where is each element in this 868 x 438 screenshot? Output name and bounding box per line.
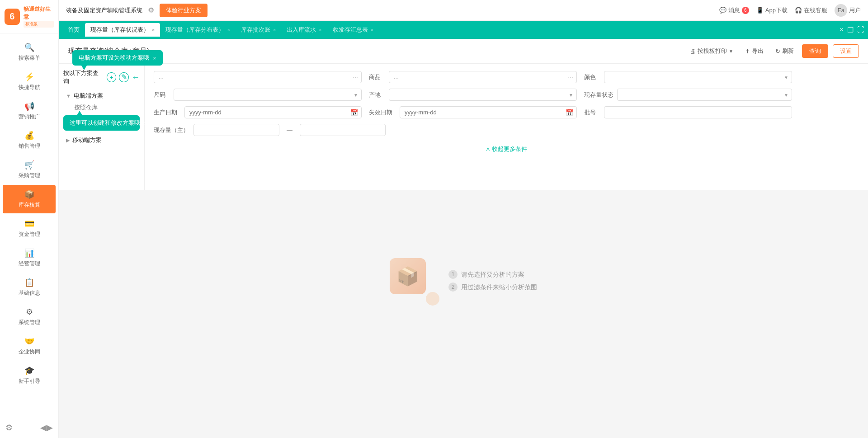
tab-home[interactable]: 首页 (62, 23, 85, 37)
add-scheme-btn[interactable]: + (107, 72, 117, 82)
sidebar-item-quick-nav[interactable]: ⚡ 快捷导航 (3, 67, 56, 96)
print-icon: 🖨 (690, 48, 696, 55)
tab-close-all-icon[interactable]: × (840, 26, 844, 34)
tabs-end: × ❐ ⛶ (840, 26, 864, 34)
system-name: 装备及固定资产辅助管理系统 (66, 6, 142, 14)
mobile-scheme-group: ▶ 移动端方案 (63, 134, 140, 146)
sidebar-item-inventory[interactable]: 📦 库存核算 (3, 185, 56, 213)
print-dropdown-icon: ▼ (729, 49, 733, 54)
settings-gear-icon[interactable]: ⚙ (5, 423, 13, 433)
edit-scheme-tooltip: 这里可以创建和修改方案哦 × (63, 115, 140, 131)
tab-close-receive-send[interactable]: × (371, 27, 373, 33)
sidebar-item-system[interactable]: ⚙ 系统管理 (3, 302, 56, 331)
warehouse-input[interactable] (154, 71, 362, 83)
print-btn[interactable]: 🖨 按模板打印 ▼ (686, 45, 737, 57)
logo-icon: 6 (5, 9, 20, 25)
tab-receive-send[interactable]: 收发存汇总表 × (327, 23, 379, 37)
stock-main-input-max[interactable] (300, 124, 386, 136)
origin-select[interactable] (389, 89, 577, 101)
sidebar-item-base-info[interactable]: 📋 基础信息 (3, 273, 56, 301)
sidebar-item-sales[interactable]: 💰 销售管理 (3, 126, 56, 155)
desktop-scheme-header[interactable]: ▼ 电脑端方案 (63, 90, 140, 102)
mobile-scheme-label: 移动端方案 (72, 136, 102, 144)
stock-status-select[interactable] (617, 89, 792, 101)
empty-state-area: 📦 1 请先选择要分析的方案 2 用过滤条件来缩小分析范围 (59, 190, 868, 371)
tree-collapse-icon: ▶ (66, 137, 70, 143)
batch-input[interactable] (604, 106, 792, 118)
sidebar-bottom: ⚙ ◀▶ (0, 417, 58, 438)
operations-icon: 📊 (24, 248, 34, 258)
collapse-icon: ∧ (486, 146, 491, 152)
desktop-scheme-group: ▼ 电脑端方案 按照仓库 (63, 90, 140, 113)
app-download-btn[interactable]: 📱 App下载 (756, 6, 788, 14)
trial-button[interactable]: 体验行业方案 (160, 4, 208, 17)
tab-in-out-flow[interactable]: 出入库流水 × (281, 23, 327, 37)
filter-origin: 产地 (369, 89, 577, 101)
online-support-btn[interactable]: 🎧 在线客服 (795, 6, 827, 14)
sidebar-item-purchase[interactable]: 🛒 采购管理 (3, 155, 56, 184)
sidebar-item-guide[interactable]: 🎓 新手引导 (3, 361, 56, 390)
refresh-btn[interactable]: ↻ 刷新 (772, 45, 797, 57)
search-icon: 🔍 (24, 42, 34, 52)
message-btn[interactable]: 💬 消息 6 (719, 6, 749, 14)
sidebar-item-finance[interactable]: 💳 资金管理 (3, 214, 56, 243)
sidebar-item-enterprise[interactable]: 🤝 企业协同 (3, 332, 56, 360)
sidebar-item-marketing[interactable]: 📢 营销推广 (3, 97, 56, 125)
tab-batch-ledger[interactable]: 库存批次账 × (236, 23, 281, 37)
refresh-icon: ↻ (775, 48, 780, 55)
back-arrow-btn[interactable]: ← (132, 73, 140, 82)
filter-row-1: ··· 商品 ··· 颜色 (154, 71, 859, 83)
collapse-more-btn[interactable]: ∧ 收起更多条件 (154, 141, 859, 157)
edit-scheme-btn[interactable]: ✎ (119, 72, 129, 82)
expire-date-input[interactable] (400, 106, 577, 118)
filter-expire-date: 失效日期 📅 (369, 106, 577, 118)
tab-fullscreen-icon[interactable]: ⛶ (857, 26, 864, 34)
page-actions: 🖨 按模板打印 ▼ ⬆ 导出 ↻ 刷新 查询 设置 (686, 44, 859, 58)
export-btn[interactable]: ⬆ 导出 (741, 45, 767, 57)
set-button[interactable]: 设置 (833, 44, 859, 58)
empty-step-2: 2 用过滤条件来缩小分析范围 (448, 281, 537, 293)
filter-stock-status: 现存量状态 (584, 89, 792, 101)
goods-input[interactable] (389, 71, 577, 83)
tree-expand-icon: ▼ (66, 93, 71, 99)
scheme-tooltip-close[interactable]: × (153, 55, 156, 61)
filter-color: 颜色 (584, 71, 792, 83)
size-label: 尺码 (154, 91, 170, 99)
stock-main-input-min[interactable] (193, 124, 279, 136)
filter-batch: 批号 (584, 106, 792, 118)
edit-tooltip-close[interactable]: × (144, 120, 147, 127)
tab-close-in-out-flow[interactable]: × (319, 27, 321, 33)
expire-date-label: 失效日期 (369, 108, 396, 117)
header-settings-icon[interactable]: ⚙ (148, 6, 154, 14)
tab-window-icon[interactable]: ❐ (847, 26, 854, 34)
produce-date-label: 生产日期 (154, 108, 181, 117)
desktop-scheme-label: 电脑端方案 (74, 92, 103, 100)
user-avatar: Ea (835, 4, 847, 17)
filter-header: 按以下方案查询 + ✎ ← 电脑方案可设为移动方案哦 × (63, 69, 140, 85)
logo-area: 6 畅通道好生意 标准版 (0, 0, 58, 33)
color-select[interactable] (604, 71, 792, 83)
user-area[interactable]: Ea 用户 (835, 4, 861, 17)
filter-warehouse: ··· (154, 71, 362, 83)
headset-icon: 🎧 (795, 7, 802, 14)
sales-icon: 💰 (24, 131, 34, 141)
tab-close-inventory-dist[interactable]: × (227, 27, 230, 33)
tab-close-batch-ledger[interactable]: × (273, 27, 276, 33)
sidebar-item-search[interactable]: 🔍 搜索菜单 (3, 38, 56, 66)
purchase-icon: 🛒 (24, 160, 34, 170)
tab-close-inventory-status[interactable]: × (152, 27, 155, 33)
filter-goods: 商品 ··· (369, 71, 577, 83)
tab-inventory-dist[interactable]: 现存量（库存分布表） × (160, 23, 235, 37)
finance-icon: 💳 (24, 219, 34, 229)
mobile-scheme-header[interactable]: ▶ 移动端方案 (63, 134, 140, 146)
sidebar-item-operations[interactable]: 📊 经营管理 (3, 244, 56, 272)
scheme-tooltip: 电脑方案可设为移动方案哦 × (72, 50, 163, 66)
sidebar-collapse-icon[interactable]: ◀▶ (40, 423, 53, 433)
filter-row-2: 尺码 产地 现存量状态 (154, 89, 859, 101)
marketing-icon: 📢 (24, 101, 34, 111)
produce-date-input[interactable] (184, 106, 362, 118)
query-button[interactable]: 查询 (802, 44, 828, 58)
tab-inventory-status[interactable]: 现存量（库存状况表） × (85, 23, 160, 37)
size-select[interactable] (174, 89, 362, 101)
color-label: 颜色 (584, 73, 600, 81)
